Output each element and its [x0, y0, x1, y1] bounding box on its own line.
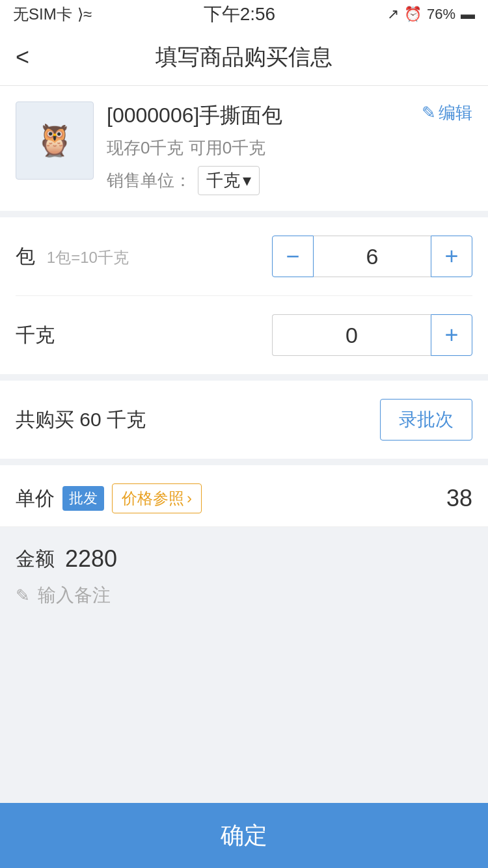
price-ref-arrow-icon: ›	[187, 489, 192, 508]
location-icon: ↗	[387, 6, 399, 23]
decrement-bao-button[interactable]: −	[272, 236, 314, 277]
quantity-control-bao: − +	[272, 236, 472, 277]
product-logo-icon: 🦉	[35, 122, 74, 159]
remark-placeholder: 输入备注	[38, 583, 111, 608]
amount-value: 2280	[65, 545, 117, 573]
price-value: 38	[446, 485, 472, 512]
summary-prefix: 共购买	[16, 409, 74, 430]
product-card: 🦉 [0000006]手撕面包 现存0千克 可用0千克 销售单位： 千克 ▾ ✎…	[0, 86, 488, 217]
amount-row: 金额 2280	[16, 545, 472, 573]
quantity-section: 包 1包=10千克 − + 千克 +	[0, 217, 488, 381]
summary-text: 共购买 60 千克	[16, 407, 146, 433]
summary-row: 共购买 60 千克 录批次	[0, 381, 488, 465]
nav-bar: < 填写商品购买信息	[0, 29, 488, 86]
alarm-icon: ⏰	[404, 6, 422, 23]
product-name: [0000006]手撕面包	[107, 102, 409, 130]
page-title: 填写商品购买信息	[156, 42, 332, 72]
status-bar-right: ↗ ⏰ 76% ▬	[387, 6, 475, 23]
product-info: [0000006]手撕面包 现存0千克 可用0千克 销售单位： 千克 ▾	[107, 102, 409, 195]
carrier-text: 无SIM卡	[13, 4, 72, 25]
back-button[interactable]: <	[16, 44, 29, 71]
edit-icon: ✎	[422, 103, 436, 123]
battery-text: 76%	[427, 6, 455, 23]
increment-bao-button[interactable]: +	[431, 236, 472, 277]
unit-dropdown-icon: ▾	[243, 170, 251, 191]
product-unit-row: 销售单位： 千克 ▾	[107, 166, 409, 195]
price-label: 单价	[16, 485, 55, 512]
price-row: 单价 批发 价格参照 › 38	[16, 483, 472, 513]
price-section: 单价 批发 价格参照 › 38	[0, 465, 488, 527]
summary-unit: 千克	[107, 409, 146, 430]
batch-button[interactable]: 录批次	[380, 399, 472, 441]
status-bar-left: 无SIM卡 ⟩≈	[13, 4, 92, 25]
quantity-row-kg: 千克 +	[16, 296, 472, 374]
increment-kg-button[interactable]: +	[431, 314, 472, 356]
price-left: 单价 批发 价格参照 ›	[16, 483, 202, 513]
quantity-control-kg: +	[272, 314, 472, 356]
unit-label: 销售单位：	[107, 169, 191, 192]
spacer	[0, 621, 488, 751]
quantity-label-kg: 千克	[16, 322, 55, 349]
product-stock: 现存0千克 可用0千克	[107, 137, 409, 159]
confirm-button[interactable]: 确定	[0, 803, 488, 868]
price-reference-button[interactable]: 价格参照 ›	[112, 483, 202, 513]
amount-section: 金额 2280 ✎ 输入备注	[0, 527, 488, 621]
edit-button[interactable]: ✎ 编辑	[422, 102, 472, 124]
status-bar-time: 下午2:56	[204, 2, 276, 27]
wifi-icon: ⟩≈	[77, 5, 92, 23]
amount-label: 金额	[16, 546, 55, 573]
summary-amount: 60	[79, 409, 101, 430]
pencil-icon: ✎	[16, 586, 30, 606]
battery-icon: ▬	[461, 6, 475, 23]
product-image: 🦉	[16, 102, 94, 180]
price-ref-label: 价格参照	[122, 488, 184, 509]
quantity-input-kg[interactable]	[272, 314, 431, 356]
quantity-row-bao: 包 1包=10千克 − +	[16, 217, 472, 296]
remark-row[interactable]: ✎ 输入备注	[16, 583, 472, 608]
edit-label: 编辑	[439, 102, 472, 124]
quantity-hint-bao: 1包=10千克	[47, 249, 129, 266]
unit-value: 千克	[206, 169, 240, 192]
quantity-label-bao: 包 1包=10千克	[16, 243, 129, 270]
unit-select[interactable]: 千克 ▾	[198, 166, 260, 195]
quantity-input-bao[interactable]	[314, 236, 431, 277]
status-bar: 无SIM卡 ⟩≈ 下午2:56 ↗ ⏰ 76% ▬	[0, 0, 488, 29]
price-type-tag: 批发	[62, 486, 104, 511]
